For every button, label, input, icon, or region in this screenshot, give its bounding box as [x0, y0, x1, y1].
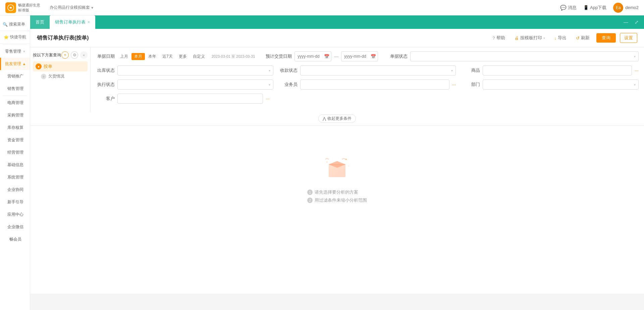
star-icon: ⭐ — [4, 35, 9, 40]
sidebar-item-system[interactable]: 系统管理 — [0, 171, 30, 184]
sidebar-item-wechat[interactable]: 企业微信 — [0, 221, 30, 233]
search-icon: 🔍 — [3, 22, 8, 27]
customer-input[interactable] — [117, 94, 263, 104]
sidebar-item-basic[interactable]: 基础信息 — [0, 159, 30, 171]
tab-minimize-button[interactable]: — — [621, 17, 631, 27]
date-tab-7days[interactable]: 近7天 — [160, 53, 175, 60]
sidebar-item-enterprise[interactable]: 企业协同 — [0, 184, 30, 196]
payment-caret-icon: ▾ — [451, 69, 453, 72]
page-actions: ? 帮助 🖨 按模板打印 ▾ ↓ 导出 ↺ 刷新 — [490, 33, 637, 43]
date-tab-more[interactable]: 更多 — [176, 53, 190, 60]
sidebar-item-retail-mgmt[interactable]: 零售管理 ▼ — [0, 45, 30, 58]
sidebar-item-ops[interactable]: 经营管理 — [0, 146, 30, 159]
svg-point-4 — [345, 159, 347, 160]
product-input[interactable] — [483, 65, 632, 75]
sidebar-item-finance[interactable]: 资金管理 — [0, 134, 30, 146]
empty-tip-2: 2 用过滤条件来缩小分析范围 — [307, 197, 367, 203]
date-tab-this-year[interactable]: 本年 — [146, 53, 159, 60]
refresh-icon: ↺ — [576, 36, 580, 41]
tab-close-icon[interactable]: × — [88, 20, 90, 24]
scheme-item-order[interactable]: ● 按单 — [33, 61, 88, 71]
expected-date-group: 预计交货日期 📅 — 📅 — [266, 51, 378, 61]
date-tab-custom[interactable]: 自定义 — [190, 53, 208, 60]
print-button[interactable]: 🖨 按模板打印 ▾ — [512, 34, 548, 42]
scheme-add-button[interactable]: + — [61, 51, 69, 59]
user-menu[interactable]: Ea demo2 — [613, 3, 639, 13]
collapse-more-button[interactable]: ⋀ 收起更多条件 — [318, 114, 356, 123]
status-caret-icon: ▾ — [634, 55, 636, 58]
salesperson-ellipsis-icon[interactable]: ··· — [452, 82, 456, 87]
status-filter-group: 单据状态 ▾ — [389, 51, 639, 61]
status-select[interactable]: ▾ — [410, 51, 639, 61]
message-button[interactable]: 💬 消息 — [560, 5, 577, 11]
date-range-text: 2023-03-01 至 2023-03-31 — [212, 54, 255, 59]
filter-row-1: 单据日期 上月 本月 本年 近7天 更多 自定义 2023-03-01 至 20… — [96, 51, 639, 61]
dept-select[interactable]: ▾ — [483, 80, 639, 90]
chevron-up-icon: ▲ — [22, 62, 26, 66]
sidebar: 🔍 搜索菜单 ⭐ 快捷导航 零售管理 ▼ 批发管理 ▲ 营销推广 销售管理 电商… — [0, 15, 30, 310]
sidebar-item-ecommerce[interactable]: 电商管理 — [0, 97, 30, 109]
header-left: 畅捷通好生意 标准版 办公用品行业模拟账套 ▾ — [5, 2, 93, 13]
collapse-icon: ⋀ — [323, 116, 326, 121]
sidebar-item-marketing[interactable]: 营销推广 — [0, 70, 30, 83]
help-icon: ? — [492, 36, 495, 41]
main-layout: 🔍 搜索菜单 ⭐ 快捷导航 零售管理 ▼ 批发管理 ▲ 营销推广 销售管理 电商… — [0, 15, 644, 310]
message-icon: 💬 — [560, 5, 567, 11]
print-caret-icon: ▾ — [543, 36, 545, 40]
scheme-header: 按以下方案查询 + ⚙ « — [33, 51, 88, 59]
exec-caret-icon: ▾ — [269, 83, 270, 87]
sidebar-item-inventory[interactable]: 库存核算 — [0, 121, 30, 134]
logo-area: 畅捷通好生意 标准版 — [5, 2, 40, 13]
breadcrumb-arrow-icon: ▾ — [91, 5, 93, 10]
help-button[interactable]: ? 帮助 — [490, 34, 507, 42]
print-icon: 🖨 — [515, 36, 519, 41]
avatar: Ea — [613, 3, 623, 13]
payment-status-field: 收款状态 ▾ — [279, 65, 456, 75]
app-download-button[interactable]: 📱 App下载 — [583, 5, 606, 11]
export-button[interactable]: ↓ 导出 — [552, 34, 570, 42]
quick-nav-button[interactable]: ⭐ 快捷导航 — [0, 31, 30, 44]
expected-date-start-wrapper: 📅 — [294, 51, 331, 61]
filter-row-4: 客户 ··· — [96, 94, 639, 104]
tab-expand-button[interactable]: ⤢ — [632, 17, 641, 27]
salesperson-input[interactable] — [300, 80, 449, 90]
tab-bar: 首页 销售订单执行表 × — ⤢ — [30, 15, 644, 29]
tab-home[interactable]: 首页 — [30, 15, 50, 29]
sidebar-item-sales-mgmt[interactable]: 销售管理 — [0, 83, 30, 95]
search-panel: 按以下方案查询 + ⚙ « ● 按单 ○ 欠货情况 — [30, 47, 644, 112]
query-button[interactable]: 查询 — [596, 33, 616, 43]
calendar-start-icon: 📅 — [324, 54, 329, 59]
dept-field: 部门 ▾ — [461, 80, 639, 90]
customer-ellipsis-icon[interactable]: ··· — [266, 96, 270, 101]
collapse-row: ⋀ 收起更多条件 — [30, 112, 644, 126]
empty-illustration — [322, 153, 352, 184]
product-field: 商品 ··· — [461, 65, 639, 75]
filter-row-2: 出库状态 ▾ 收款状态 ▾ — [96, 65, 639, 75]
sidebar-divider — [3, 44, 27, 45]
sidebar-item-newbie[interactable]: 新手引导 — [0, 196, 30, 208]
sub-item-icon: ○ — [41, 74, 46, 79]
settings-button[interactable]: 设置 — [620, 33, 637, 43]
sidebar-item-apps[interactable]: 应用中心 — [0, 208, 30, 221]
empty-tips: 1 请先选择要分析的方案 2 用过滤条件来缩小分析范围 — [307, 189, 367, 205]
search-menu-button[interactable]: 🔍 搜索菜单 — [0, 18, 30, 31]
sidebar-item-purchase[interactable]: 采购管理 — [0, 109, 30, 121]
scheme-collapse-button[interactable]: « — [80, 51, 88, 59]
scheme-sub-item-shortage[interactable]: ○ 欠货情况 — [33, 71, 88, 81]
refresh-button[interactable]: ↺ 刷新 — [573, 34, 592, 42]
sidebar-item-wholesale-mgmt[interactable]: 批发管理 ▲ — [0, 58, 30, 70]
date-tab-this-month[interactable]: 本月 — [131, 53, 145, 60]
date-tabs: 上月 本月 本年 近7天 更多 自定义 — [117, 53, 208, 60]
exec-status-select[interactable]: ▾ — [117, 80, 273, 90]
delivery-status-select[interactable]: ▾ — [117, 65, 273, 75]
scheme-actions: + ⚙ « — [61, 51, 88, 59]
payment-status-select[interactable]: ▾ — [300, 65, 456, 75]
date-tab-last-month[interactable]: 上月 — [117, 53, 131, 60]
sidebar-item-member[interactable]: 畅会员 — [0, 233, 30, 246]
expected-date-end-wrapper: 📅 — [341, 51, 378, 61]
sidebar-divider-2 — [3, 96, 27, 96]
tab-sales-exec[interactable]: 销售订单执行表 × — [50, 15, 95, 29]
scheme-settings-button[interactable]: ⚙ — [71, 51, 78, 59]
breadcrumb[interactable]: 办公用品行业模拟账套 ▾ — [50, 5, 93, 10]
product-ellipsis-icon[interactable]: ··· — [635, 68, 639, 73]
